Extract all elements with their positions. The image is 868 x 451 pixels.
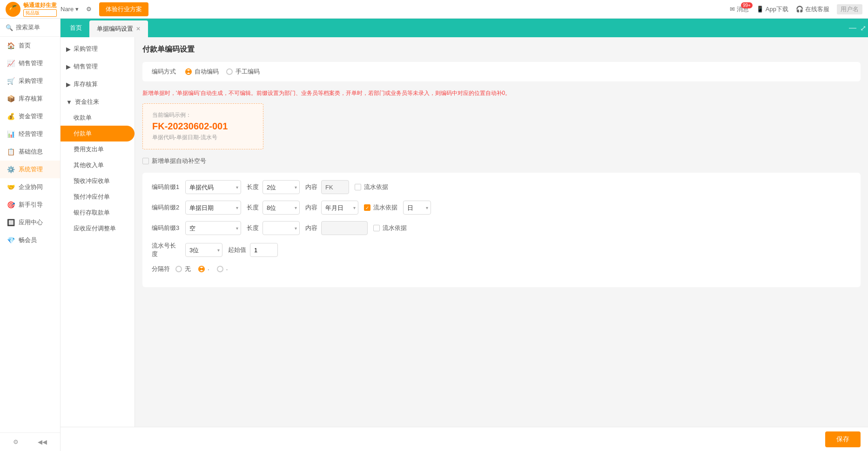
encoding-label: 编码方式 <box>152 67 176 76</box>
start-value-group: 起始值 <box>228 243 278 257</box>
sidebar-item-enterprise[interactable]: 🤝 企业协同 <box>0 178 60 196</box>
prefix2-watermark-group: 流水依据 <box>364 203 397 212</box>
prefix2-content-wrap: 年月日 年月 年 ▾ <box>321 201 358 215</box>
prefix1-length-select[interactable]: 2位 3位 4位 <box>262 180 300 194</box>
prefix3-select[interactable]: 空 单据代码 部门 业务员 <box>185 221 241 235</box>
service-button[interactable]: 🎧 在线客服 <box>796 5 829 13</box>
prefix2-content-select[interactable]: 年月日 年月 年 <box>321 201 358 215</box>
tab-minimize-icon[interactable]: — <box>849 24 856 32</box>
prefix1-row: 编码前缀1 单据代码 部门 业务员 空 ▾ 长度 <box>152 180 851 194</box>
tab-close-icon[interactable]: ✕ <box>136 26 141 32</box>
serial-length-select[interactable]: 3位 4位 5位 6位 <box>185 243 222 257</box>
sidebar-item-home[interactable]: 🏠 首页 <box>0 37 60 54</box>
preview-code: FK-20230602-001 <box>152 121 254 132</box>
sidebar-settings-btn[interactable]: ⚙ <box>11 437 20 447</box>
prefix2-select[interactable]: 单据日期 部门 业务员 空 <box>185 201 241 215</box>
save-button[interactable]: 保存 <box>825 431 861 447</box>
trial-button[interactable]: 体验行业方案 <box>99 2 148 16</box>
prefix3-content-input[interactable] <box>321 221 368 235</box>
sidebar-item-sales[interactable]: 📈 销售管理 <box>0 54 60 72</box>
tab-maximize-icon[interactable]: ⤢ <box>860 24 866 33</box>
auto-fill-row: 新增单据自动补空号 <box>142 157 861 165</box>
purchase-icon: 🛒 <box>7 77 15 85</box>
search-menu[interactable]: 🔍 搜索菜单 <box>0 19 60 37</box>
prefix1-watermark-checkbox[interactable] <box>355 184 361 190</box>
start-value-input[interactable] <box>250 243 278 257</box>
prefix2-length-select[interactable]: 8位 6位 4位 <box>262 201 300 215</box>
message-button[interactable]: ✉ 消息 99+ <box>730 5 749 13</box>
content-area: ▶ 采购管理 ▶ 销售管理 ▶ 库存核算 <box>61 37 868 427</box>
logo-icon: 🍊 <box>6 2 20 17</box>
encoding-type-card: 编码方式 自动编码 手工编码 <box>142 62 861 81</box>
prefix1-select-wrap: 单据代码 部门 业务员 空 ▾ <box>185 180 241 194</box>
sub-item-prepay2[interactable]: 预付冲应付单 <box>61 189 135 205</box>
nav-dropdown[interactable]: Nare ▾ <box>61 6 79 13</box>
serial-length-wrap: 3位 4位 5位 6位 ▾ <box>185 243 222 257</box>
home-icon: 🏠 <box>7 41 15 50</box>
auto-fill-checkbox[interactable] <box>142 158 149 164</box>
sub-item-expense[interactable]: 费用支出单 <box>61 141 135 157</box>
sep-dot-option[interactable]: · <box>198 266 209 273</box>
sub-item-income[interactable]: 其他收入单 <box>61 157 135 173</box>
prefix3-watermark-group: 流水依据 <box>373 224 407 232</box>
sidebar-item-apps[interactable]: 🔲 应用中心 <box>0 214 60 231</box>
sidebar-item-member[interactable]: 💎 畅会员 <box>0 231 60 249</box>
sub-item-prepay[interactable]: 预收冲应收单 <box>61 173 135 189</box>
sep-dash-option[interactable]: · <box>217 266 228 273</box>
settings-icon[interactable]: ⚙ <box>82 3 95 16</box>
prefix1-content-input[interactable] <box>321 180 349 194</box>
app-download-button[interactable]: 📱 App下载 <box>756 5 788 13</box>
top-bar-right: ✉ 消息 99+ 📱 App下载 🎧 在线客服 用户名 <box>730 4 862 14</box>
sub-group-purchase: ▶ 采购管理 <box>61 41 135 57</box>
serial-row: 流水号长度 3位 4位 5位 6位 ▾ 起始值 <box>152 242 851 258</box>
logo: 🍊 畅通道好生意 拓品版 <box>6 1 57 17</box>
manual-encoding-radio[interactable]: 手工编码 <box>226 67 260 76</box>
sidebar-item-finance[interactable]: 💰 资金管理 <box>0 108 60 125</box>
sub-item-receipts[interactable]: 收款单 <box>61 110 135 126</box>
top-bar: 🍊 畅通道好生意 拓品版 Nare ▾ ⚙ 体验行业方案 ✉ 消息 99+ 📱 … <box>0 0 868 19</box>
auto-encoding-radio[interactable]: 自动编码 <box>185 67 219 76</box>
sidebar-item-basic[interactable]: 📋 基础信息 <box>0 143 60 161</box>
service-icon: 🎧 <box>796 6 803 13</box>
sub-item-payment[interactable]: 付款单 <box>61 126 135 141</box>
tab-encoding[interactable]: 单据编码设置 ✕ <box>89 20 148 37</box>
sub-group-sales-title[interactable]: ▶ 销售管理 <box>61 59 135 74</box>
encoding-radio-group: 自动编码 手工编码 <box>185 67 260 76</box>
user-avatar[interactable]: 用户名 <box>837 4 862 14</box>
operations-icon: 📊 <box>7 130 15 138</box>
prefix3-watermark-checkbox[interactable] <box>373 225 380 231</box>
expand-icon: ▶ <box>66 81 71 88</box>
preview-box: 当前编码示例： FK-20230602-001 单据代码-单据日期-流水号 <box>142 103 263 149</box>
apps-icon: 🔲 <box>7 218 15 227</box>
sidebar-item-purchase[interactable]: 🛒 采购管理 <box>0 72 60 90</box>
sub-group-finance: ▼ 资金往来 收款单 付款单 费用支出单 其他收入单 预收冲应收单 预付冲应付单… <box>61 94 135 236</box>
collapse-icon: ▼ <box>66 99 72 106</box>
tab-home[interactable]: 首页 <box>62 20 89 35</box>
sub-item-bank[interactable]: 银行存取款单 <box>61 205 135 221</box>
sidebar-item-guide[interactable]: 🎯 新手引导 <box>0 196 60 214</box>
sidebar-collapse-btn[interactable]: ◀◀ <box>36 437 49 447</box>
separator-options: 无 · · <box>175 265 228 273</box>
enterprise-icon: 🤝 <box>7 183 15 191</box>
sidebar-item-operations[interactable]: 📊 经营管理 <box>0 125 60 143</box>
prefix2-watermark-checkbox[interactable] <box>364 204 370 211</box>
prefix2-row: 编码前缀2 单据日期 部门 业务员 空 ▾ 长度 <box>152 201 851 215</box>
sep-none-option[interactable]: 无 <box>175 265 191 273</box>
sub-group-inventory-title[interactable]: ▶ 库存核算 <box>61 76 135 92</box>
prefix3-length-select[interactable] <box>262 221 300 235</box>
sidebar: 🔍 搜索菜单 🏠 首页 📈 销售管理 🛒 采购管理 📦 库存核算 💰 资金管理 … <box>0 19 61 451</box>
message-icon: ✉ <box>730 6 735 13</box>
page-title: 付款单编码设置 <box>142 45 861 54</box>
sidebar-item-inventory[interactable]: 📦 库存核算 <box>0 90 60 108</box>
app-icon: 📱 <box>756 6 764 13</box>
sub-group-finance-title[interactable]: ▼ 资金往来 <box>61 94 135 110</box>
prefix2-length-wrap: 8位 6位 4位 ▾ <box>262 201 300 215</box>
prefix2-watermark-unit-select[interactable]: 日 月 年 <box>403 201 431 215</box>
sidebar-item-system[interactable]: ⚙️ 系统管理 <box>0 161 60 178</box>
sub-group-purchase-title[interactable]: ▶ 采购管理 <box>61 41 135 57</box>
prefix1-select[interactable]: 单据代码 部门 业务员 空 <box>185 180 241 194</box>
info-text: 新增单据时，'单据编码'自动生成，不可编辑。前缀设置为部门、业务员等档案类，开单… <box>142 89 861 98</box>
prefix1-watermark-group: 流水依据 <box>355 183 388 191</box>
prefix2-select-wrap: 单据日期 部门 业务员 空 ▾ <box>185 201 241 215</box>
sub-item-arapp[interactable]: 应收应付调整单 <box>61 221 135 236</box>
